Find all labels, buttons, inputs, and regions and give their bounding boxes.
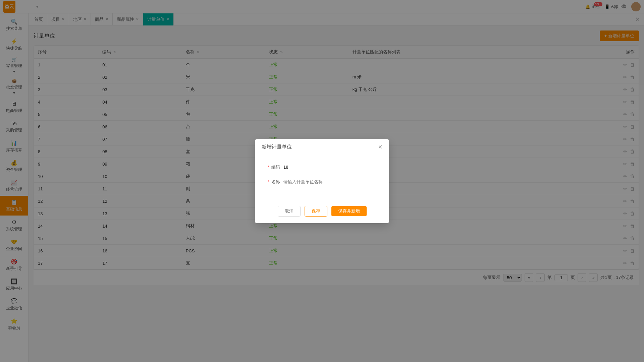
modal-overlay[interactable]: 新增计量单位 ✕ * 编码 * 名称 取消 保存 保存并新增 [0,0,644,362]
modal-body: * 编码 * 名称 [255,155,389,201]
save-button[interactable]: 保存 [305,206,327,217]
name-input[interactable] [283,178,379,186]
form-item-name: * 名称 [265,178,379,186]
form-item-code: * 编码 [265,163,379,171]
save-and-new-button[interactable]: 保存并新增 [331,206,367,216]
modal-header: 新增计量单位 ✕ [255,139,389,155]
modal-close-icon[interactable]: ✕ [378,144,382,150]
code-input[interactable] [283,163,379,171]
code-field-label: * 编码 [265,164,280,170]
name-field-label: * 名称 [265,179,280,185]
add-modal: 新增计量单位 ✕ * 编码 * 名称 取消 保存 保存并新增 [255,139,389,223]
modal-title: 新增计量单位 [262,144,292,150]
modal-footer: 取消 保存 保存并新增 [255,201,389,223]
cancel-button[interactable]: 取消 [278,206,301,217]
